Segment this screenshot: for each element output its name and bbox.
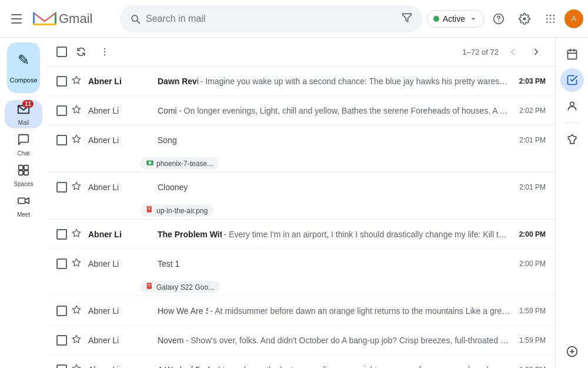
attachment-row[interactable]: up-in-the-air.png <box>47 202 555 220</box>
apps-button[interactable] <box>539 7 562 31</box>
attachment-row[interactable]: phoenix-7-tease... <box>47 155 555 173</box>
previous-page-button[interactable] <box>503 42 522 61</box>
email-time: 2:01 PM <box>519 136 546 144</box>
svg-rect-1 <box>33 12 35 25</box>
svg-point-9 <box>546 18 548 19</box>
email-subject: November <box>158 336 183 345</box>
email-checkbox[interactable] <box>56 76 67 87</box>
email-row[interactable]: Abner Li A Work of Fiction - As I turned… <box>47 355 555 368</box>
avatar[interactable]: A <box>564 9 583 28</box>
email-checkbox[interactable] <box>56 182 67 193</box>
svg-point-22 <box>104 54 105 55</box>
pagination-text: 1–72 of 72 <box>463 48 499 57</box>
add-apps-button[interactable] <box>560 340 584 363</box>
email-time: 2:03 PM <box>519 77 546 85</box>
svg-point-21 <box>104 51 105 52</box>
mail-badge: 11 <box>22 100 34 108</box>
svg-point-24 <box>149 161 152 164</box>
email-body: November - Show's over, folks. And didn'… <box>158 336 510 345</box>
sidebar-item-spaces[interactable]: Spaces <box>5 161 42 190</box>
chevron-right-icon <box>531 47 542 57</box>
attachment-name: up-in-the-air.png <box>156 207 208 215</box>
star-button[interactable] <box>72 181 83 193</box>
sidebar-item-chat[interactable]: Chat <box>5 131 42 159</box>
email-subject: The Problem With Travel <box>158 230 222 239</box>
svg-point-32 <box>570 102 574 106</box>
email-row[interactable]: Abner Li Dawn Revisited - Imagine you wa… <box>47 67 555 96</box>
sidebar-chat-label: Chat <box>17 150 29 157</box>
attachment-row[interactable]: Galaxy S22 Goo... <box>47 279 555 296</box>
settings-button[interactable] <box>513 7 536 31</box>
email-row[interactable]: Abner Li Coming - On longer evenings, Li… <box>47 96 555 125</box>
status-indicator[interactable]: Active <box>427 10 485 28</box>
more-options-button[interactable] <box>95 42 114 61</box>
attachment-chip[interactable]: Galaxy S22 Goo... <box>140 281 220 293</box>
search-filter-icon[interactable] <box>401 12 413 25</box>
email-checkbox[interactable] <box>56 135 67 145</box>
email-checkbox[interactable] <box>56 229 67 240</box>
attachment-chip[interactable]: up-in-the-air.png <box>140 204 213 217</box>
chevron-left-icon <box>507 47 518 57</box>
svg-rect-2 <box>55 12 56 25</box>
email-body: The Problem With Travel - Every time I'm… <box>158 230 510 239</box>
mail-content: 1–72 of 72 Abner Li Dawn Revisited - Ima… <box>47 38 555 368</box>
email-body: Clooney <box>158 183 510 192</box>
star-button[interactable] <box>72 105 83 117</box>
email-row[interactable]: Abner Li November - Show's over, folks. … <box>47 326 555 355</box>
refresh-button[interactable] <box>72 42 91 61</box>
help-button[interactable] <box>487 7 510 31</box>
svg-rect-3 <box>33 24 56 25</box>
keep-button[interactable] <box>560 128 584 151</box>
search-bar[interactable] <box>120 5 422 32</box>
tasks-button[interactable] <box>560 68 584 92</box>
star-button[interactable] <box>72 305 83 317</box>
star-icon <box>72 228 81 238</box>
attachment-chip[interactable]: phoenix-7-tease... <box>140 157 219 170</box>
calendar-button[interactable] <box>560 42 584 66</box>
star-button[interactable] <box>72 364 83 369</box>
email-checkbox[interactable] <box>56 258 67 269</box>
star-button[interactable] <box>72 134 83 146</box>
logo-text: Gmail <box>59 11 92 26</box>
search-input[interactable] <box>146 14 396 24</box>
star-button[interactable] <box>72 334 83 346</box>
topbar-right: Active A <box>427 7 583 31</box>
menu-button[interactable] <box>5 7 28 31</box>
keep-icon <box>566 134 578 145</box>
email-row[interactable]: Abner Li Song 2:01 PM <box>47 125 555 155</box>
sidebar-mail-label: Mail <box>18 120 29 126</box>
email-sender: Abner Li <box>88 259 153 268</box>
select-all-checkbox[interactable] <box>56 47 67 57</box>
next-page-button[interactable] <box>527 42 546 61</box>
email-body: Dawn Revisited - Imagine you wake up wit… <box>158 77 510 86</box>
sidebar: ✎ Compose 11 Mail Chat Spaces <box>0 38 47 368</box>
status-dot <box>433 16 439 22</box>
email-body: A Work of Fiction - As I turned over the… <box>158 365 510 369</box>
email-checkbox[interactable] <box>56 335 67 346</box>
email-snippet: - As I turned over the last page, after … <box>202 365 510 369</box>
email-time: 1:59 PM <box>519 307 546 315</box>
star-icon <box>72 305 81 314</box>
email-row[interactable]: Abner Li Clooney 2:01 PM <box>47 173 555 202</box>
sidebar-item-mail[interactable]: 11 Mail <box>5 100 42 128</box>
email-time: 2:00 PM <box>519 230 546 238</box>
star-button[interactable] <box>72 258 83 270</box>
star-button[interactable] <box>72 228 83 240</box>
email-row[interactable]: Abner Li How We Are Spared - At midsumme… <box>47 296 555 326</box>
sidebar-item-meet[interactable]: Meet <box>5 192 42 220</box>
email-body: How We Are Spared - At midsummer before … <box>158 306 510 316</box>
email-sender: Abner Li <box>88 135 153 145</box>
email-row[interactable]: Abner Li Test 1 2:00 PM <box>47 249 555 279</box>
contacts-button[interactable] <box>560 94 584 118</box>
apps-icon <box>544 13 556 25</box>
email-checkbox[interactable] <box>56 105 67 116</box>
attachment-name: phoenix-7-tease... <box>156 160 213 168</box>
email-checkbox[interactable] <box>56 306 67 316</box>
star-button[interactable] <box>72 75 83 87</box>
email-checkbox[interactable] <box>56 364 67 369</box>
star-icon <box>72 258 81 267</box>
svg-rect-19 <box>18 198 25 203</box>
email-row[interactable]: Abner Li The Problem With Travel - Every… <box>47 220 555 249</box>
star-icon <box>72 181 81 191</box>
compose-button[interactable]: ✎ Compose <box>7 42 40 93</box>
